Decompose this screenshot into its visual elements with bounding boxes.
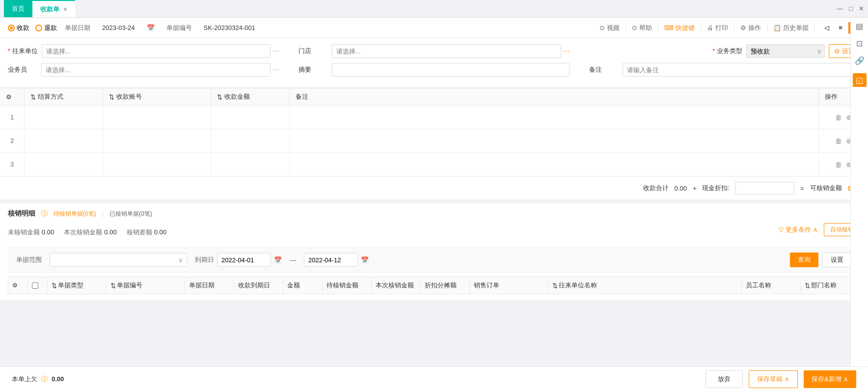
net-label: 可核销金额 <box>810 184 842 193</box>
row-3-note[interactable] <box>290 153 819 176</box>
range-label: 单据范围 <box>16 255 42 264</box>
row-3-account[interactable] <box>103 153 211 176</box>
close-icon[interactable]: ✕ <box>859 5 864 12</box>
tab-collection[interactable]: 收款单 × <box>32 0 75 17</box>
view-list-icon[interactable]: ◁ <box>821 22 833 34</box>
save-new-btn[interactable]: 保存&新增 ∧ <box>804 370 856 388</box>
calendar-to-icon[interactable]: 📅 <box>361 256 369 264</box>
save-draft-btn[interactable]: 保存草稿 ∧ <box>749 370 798 388</box>
abandon-btn[interactable]: 放弃 <box>705 370 743 388</box>
sidebar-table-icon[interactable]: ▤ <box>856 22 863 31</box>
row-3-delete-icon[interactable]: 🗑 <box>835 161 842 168</box>
table-row: 1 🗑 ⊕ <box>0 106 868 129</box>
date-dash: — <box>290 256 296 264</box>
date-to-input[interactable] <box>304 253 358 267</box>
footer-actions: 放弃 保存草稿 ∧ 保存&新增 ∧ <box>705 370 856 388</box>
note-label: 备注 <box>589 65 619 74</box>
toolbar-actions: ⊙ 视频 ⊙ 帮助 ⌨ 快捷键 🖨 打印 ⚙ 操作 <box>599 22 860 34</box>
info-icon[interactable]: ⓘ <box>41 209 48 218</box>
settings-icon: ⚙ <box>834 48 840 55</box>
salesperson-more-btn[interactable]: ··· <box>272 65 279 74</box>
date-from-input[interactable] <box>217 253 271 267</box>
note-input[interactable] <box>623 63 860 77</box>
row-1-account[interactable] <box>103 106 211 129</box>
minimize-icon[interactable]: — <box>837 5 843 12</box>
setting-btn[interactable]: 设置 <box>822 252 852 267</box>
th-note: 备注 <box>290 88 819 105</box>
bth-settings[interactable]: ⚙ <box>8 277 28 294</box>
footer: 本单上欠 ⓘ 0.00 放弃 保存草稿 ∧ 保存&新增 ∧ <box>0 366 868 391</box>
pending-tab[interactable]: 待核销单据(0笔) <box>54 210 96 218</box>
row-1-settlement[interactable] <box>25 106 103 129</box>
sidebar-expand-icon[interactable]: ◱ <box>853 73 867 87</box>
radio-collection[interactable]: 收款 <box>8 24 29 32</box>
tab-home[interactable]: 首页 <box>4 0 32 17</box>
row-3-settlement[interactable] <box>25 153 103 176</box>
help-action[interactable]: ⊙ 帮助 <box>632 24 652 32</box>
current-label: 本次核销金额 <box>64 228 102 237</box>
table-header: ⚙ ⇅ 结算方式 ⇅ 收款账号 ⇅ 收款金额 备注 操作 <box>0 88 868 106</box>
bth-checkbox[interactable] <box>28 277 48 294</box>
discount-label: 现金折扣: <box>702 184 730 193</box>
home-tab-label: 首页 <box>12 4 25 13</box>
view-lines-icon[interactable]: ≡ <box>835 22 846 34</box>
history-action[interactable]: 📋 历史单据 <box>773 24 809 32</box>
partner-input[interactable] <box>42 44 271 58</box>
store-more-btn[interactable]: ··· <box>563 47 570 56</box>
salesperson-field: 业务员 ··· <box>8 63 279 77</box>
query-btn[interactable]: 查询 <box>790 252 818 267</box>
range-select[interactable] <box>50 253 187 267</box>
row-2-note[interactable] <box>290 129 819 152</box>
bottom-table-header: ⚙ ⇅ 单据类型 ⇅ 单据编号 单据日期 收款到期日 金额 待核销金额 <box>8 277 860 294</box>
select-all-checkbox[interactable] <box>32 282 38 289</box>
row-1-delete-icon[interactable]: 🗑 <box>835 113 842 121</box>
row-1-amount[interactable] <box>211 106 290 129</box>
store-input[interactable] <box>332 44 561 58</box>
divider-4 <box>734 23 734 33</box>
toolbar: 收款 退款 单据日期 2023-03-24 📅 单据编号 SK-20230324… <box>0 18 868 38</box>
th-settings[interactable]: ⚙ <box>0 88 25 105</box>
doc-info: 单据日期 2023-03-24 📅 单据编号 SK-20230324-001 <box>65 24 255 32</box>
calendar-from-icon[interactable]: 📅 <box>274 256 282 264</box>
row-2-amount[interactable] <box>211 129 290 152</box>
store-label: 门店 <box>298 47 328 56</box>
maximize-icon[interactable]: □ <box>849 5 853 12</box>
row-2-delete-icon[interactable]: 🗑 <box>835 137 842 145</box>
business-type-select[interactable]: 预收款 <box>746 44 825 58</box>
doc-date-label: 单据日期 <box>65 24 90 32</box>
history-label: 历史单据 <box>783 24 809 32</box>
discount-input[interactable] <box>735 182 794 195</box>
video-action[interactable]: ⊙ 视频 <box>599 24 620 32</box>
employee-label: 员工名称 <box>746 281 771 290</box>
calendar-icon[interactable]: 📅 <box>147 24 155 31</box>
row-2-settlement[interactable] <box>25 129 103 152</box>
bth-due-date: 收款到期日 <box>234 277 283 294</box>
sidebar-grid-icon[interactable]: ⊡ <box>856 39 863 48</box>
help-icon: ⊙ <box>632 24 637 31</box>
done-tab[interactable]: 已核销单据(0笔) <box>109 210 152 218</box>
footer-info-icon[interactable]: ⓘ <box>41 375 48 384</box>
row-1-note[interactable] <box>290 106 819 129</box>
tab-bar: 首页 收款单 × — □ ✕ <box>0 0 868 18</box>
doc-date-value: 2023-03-24 <box>102 24 135 31</box>
partner-more-btn[interactable]: ··· <box>272 47 279 56</box>
shortcut-icon: ⌨ <box>664 24 674 31</box>
print-action[interactable]: 🖨 打印 <box>707 24 728 32</box>
row-2-account[interactable] <box>103 129 211 152</box>
sidebar-link-icon[interactable]: 🔗 <box>855 56 865 65</box>
diff-value: 0.00 <box>154 228 166 236</box>
operate-action[interactable]: ⚙ 操作 <box>740 24 761 32</box>
date-from-field: 到期日 📅 <box>195 253 282 267</box>
help-label: 帮助 <box>639 24 652 32</box>
tab-close-icon[interactable]: × <box>63 5 67 13</box>
summary-input[interactable] <box>332 63 570 77</box>
row-3-amount[interactable] <box>211 153 290 176</box>
right-sidebar: ▤ ⊡ 🔗 ◱ <box>850 18 868 366</box>
row-3-num: 3 <box>0 153 25 176</box>
radio-refund[interactable]: 退款 <box>35 24 57 32</box>
shortcut-action[interactable]: ⌨ 快捷键 <box>664 24 695 32</box>
shortcut-label: 快捷键 <box>676 24 695 32</box>
salesperson-input[interactable] <box>41 63 271 77</box>
verification-section: 核销明细 ⓘ 待核销单据(0笔) | 已核销单据(0笔) 未核销金额 0.00 … <box>0 203 868 300</box>
more-conditions-link[interactable]: ▽ 更多条件 ∧ <box>779 225 818 234</box>
